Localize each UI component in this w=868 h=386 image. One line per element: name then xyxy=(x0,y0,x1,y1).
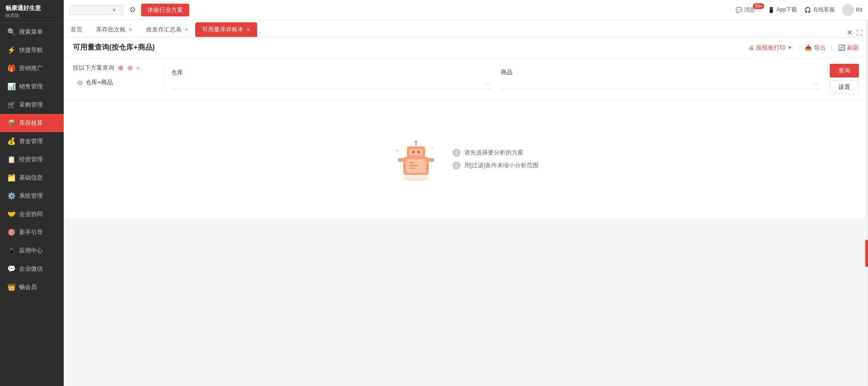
sidebar-label-appstore: 应用中心 xyxy=(19,247,43,255)
sidebar-item-system[interactable]: ⚙️ 系统管理 xyxy=(0,187,64,205)
print-icon: 🖨 xyxy=(748,44,754,51)
product-more-icon[interactable]: ··· xyxy=(812,80,821,87)
print-label: 按模板打印 xyxy=(756,44,786,52)
sidebar-label-basic: 基础信息 xyxy=(19,174,43,182)
tabs-resize-icon[interactable]: ⛶ xyxy=(856,29,863,36)
tab-receive_summary[interactable]: 收发存汇总表✕ xyxy=(139,22,195,37)
sidebar-label-marketing: 营销推广 xyxy=(19,64,43,72)
sidebar-item-enterprise[interactable]: 🤝 企业协同 xyxy=(0,205,64,223)
sidebar-item-guide[interactable]: 🎯 新手引导 xyxy=(0,223,64,242)
topbar-gear-icon[interactable]: ⚙ xyxy=(127,4,137,16)
svg-rect-13 xyxy=(428,158,434,162)
collapse-filter-icon[interactable]: « xyxy=(137,64,140,72)
sidebar-item-member[interactable]: 👑 畅会员 xyxy=(0,278,64,296)
sidebar-item-search[interactable]: 🔍 搜索菜单 xyxy=(0,23,64,41)
sidebar-item-inventory[interactable]: 📦 库存核算 xyxy=(0,114,64,132)
topbar-trial-button[interactable]: 体验行业方案 xyxy=(141,4,189,16)
topbar-service-label: 在线客服 xyxy=(813,6,835,14)
right-scrollbar[interactable] xyxy=(865,20,868,386)
sidebar-label-operation: 经营管理 xyxy=(19,155,43,164)
sidebar-label-purchase: 采购管理 xyxy=(19,101,43,109)
sidebar-item-purchase[interactable]: 🛒 采购管理 xyxy=(0,96,64,114)
sidebar-item-wechat[interactable]: 💬 企业微信 xyxy=(0,260,64,278)
filter-scheme-title: 按以下方案查询 ⊕ ⊚ « xyxy=(73,64,156,72)
sidebar-label-guide: 新手引导 xyxy=(19,228,43,237)
sidebar-logo: 畅康通好生意 标准版 xyxy=(0,0,64,23)
sidebar-item-shortcut[interactable]: ⚡ 快捷导航 xyxy=(0,41,64,59)
sidebar-label-shortcut: 快捷导航 xyxy=(19,46,43,54)
settings-scheme-icon[interactable]: ⊚ xyxy=(127,64,133,72)
refresh-button[interactable]: 🔄 刷新 xyxy=(838,44,859,52)
print-button[interactable]: 🖨 按模板打印 ▼ xyxy=(748,44,792,52)
topbar: ▼ ⚙ 体验行业方案 💬 消息 99+ 📱 App下载 🎧 在线客服 Rit xyxy=(64,0,868,20)
tab-batch_ledger[interactable]: 库存批次账✕ xyxy=(89,22,139,37)
tab-close-receive_summary[interactable]: ✕ xyxy=(184,27,188,33)
empty-tip-1: 1 请先选择要分析的方案 xyxy=(452,149,538,157)
sidebar-icon-guide: 🎯 xyxy=(7,228,15,237)
sidebar: 畅康通好生意 标准版 🔍 搜索菜单 ⚡ 快捷导航 🎁 营销推广 📊 销售管理 🛒… xyxy=(0,0,64,386)
sidebar-item-appstore[interactable]: 📱 应用中心 xyxy=(0,242,64,260)
export-button[interactable]: 📤 导出 xyxy=(805,44,826,52)
tab-home[interactable]: 首页 xyxy=(64,22,89,37)
warehouse-more-icon[interactable]: ··· xyxy=(483,80,492,87)
query-button[interactable]: 查询 xyxy=(830,64,859,77)
topbar-search-box[interactable]: ▼ xyxy=(69,5,124,15)
print-dropdown-icon[interactable]: ▼ xyxy=(787,45,792,50)
tab-close-available_ledger[interactable]: ✕ xyxy=(246,27,250,33)
filter-field-product: 商品 ··· xyxy=(501,68,821,89)
topbar-app-download-btn[interactable]: 📱 App下载 xyxy=(768,6,797,14)
topbar-user-btn[interactable]: Rit xyxy=(842,4,863,16)
topbar-message-btn[interactable]: 💬 消息 99+ xyxy=(736,6,761,14)
empty-tips: 1 请先选择要分析的方案 2 用[过滤]条件来缩小分析范围 xyxy=(452,149,538,170)
page-title: 可用量查询(按仓库+商品) xyxy=(73,43,155,52)
scrollbar-thumb[interactable] xyxy=(865,240,868,267)
svg-rect-12 xyxy=(398,158,404,162)
close-all-tabs-icon[interactable]: ✕ xyxy=(847,28,853,37)
product-field-label: 商品 xyxy=(501,68,821,77)
tab-label-receive_summary: 收发存汇总表 xyxy=(146,26,182,34)
sidebar-item-finance[interactable]: 💰 资金管理 xyxy=(0,132,64,150)
topbar-search-dropdown-icon[interactable]: ▼ xyxy=(112,7,117,13)
page-header: 可用量查询(按仓库+商品) 🖨 按模板打印 ▼ | 📤 导出 | 🔄 刷新 xyxy=(64,37,868,58)
sidebar-item-sales[interactable]: 📊 销售管理 xyxy=(0,77,64,96)
tabs-close-area: ✕ ⛶ xyxy=(841,28,868,37)
settings-button[interactable]: 设置 xyxy=(830,80,859,94)
sidebar-label-wechat: 企业微信 xyxy=(19,265,43,273)
filter-field-warehouse: 仓库 ··· xyxy=(171,68,492,89)
headset-icon: 🎧 xyxy=(804,7,811,13)
warehouse-field-label: 仓库 xyxy=(171,68,492,77)
empty-state: ✦ ✦ 1 请先选择要分析的方案 2 用[过滤]条件来缩小分析范围 xyxy=(64,100,868,218)
tab-available_ledger[interactable]: 可用量库存账本✕ xyxy=(195,22,257,37)
tab-label-available_ledger: 可用量库存账本 xyxy=(202,26,244,34)
sidebar-icon-marketing: 🎁 xyxy=(7,64,15,72)
filter-action-buttons: 查询 设置 xyxy=(830,64,859,94)
tab-close-batch_ledger[interactable]: ✕ xyxy=(128,27,132,33)
refresh-icon: 🔄 xyxy=(838,44,845,51)
empty-tip-1-text: 请先选择要分析的方案 xyxy=(464,149,523,157)
product-input[interactable] xyxy=(501,78,812,89)
topbar-search-input[interactable] xyxy=(73,7,110,13)
filter-fields: 仓库 ··· 商品 ··· 查询 设置 xyxy=(171,64,859,94)
sidebar-item-marketing[interactable]: 🎁 营销推广 xyxy=(0,59,64,77)
action-divider-1: | xyxy=(797,44,799,51)
sidebar-icon-shortcut: ⚡ xyxy=(7,46,15,54)
add-scheme-icon[interactable]: ⊕ xyxy=(118,64,124,72)
scheme-item-0[interactable]: ⊙ 仓库+商品 xyxy=(73,76,156,89)
action-divider-2: | xyxy=(831,44,832,51)
scheme-icon-0: ⊙ xyxy=(77,79,83,86)
scheme-label-0: 仓库+商品 xyxy=(86,78,113,87)
sidebar-label-search: 搜索菜单 xyxy=(19,28,43,36)
empty-tip-2-text: 用[过滤]条件来缩小分析范围 xyxy=(464,161,538,170)
tab-label-home: 首页 xyxy=(71,26,82,34)
export-label: 导出 xyxy=(814,44,826,52)
sidebar-logo-title: 畅康通好生意 xyxy=(5,5,58,12)
sidebar-item-basic[interactable]: 🗂️ 基础信息 xyxy=(0,169,64,187)
empty-robot-illustration: ✦ ✦ xyxy=(393,136,439,182)
svg-rect-7 xyxy=(410,149,422,155)
topbar-service-btn[interactable]: 🎧 在线客服 xyxy=(804,6,835,14)
sidebar-item-operation[interactable]: 📋 经营管理 xyxy=(0,150,64,169)
sidebar-label-inventory: 库存核算 xyxy=(19,119,43,127)
filter-area: 按以下方案查询 ⊕ ⊚ « ⊙ 仓库+商品 仓库 ··· 商品 xyxy=(64,58,868,100)
svg-point-9 xyxy=(417,151,420,154)
warehouse-input[interactable] xyxy=(171,78,483,89)
